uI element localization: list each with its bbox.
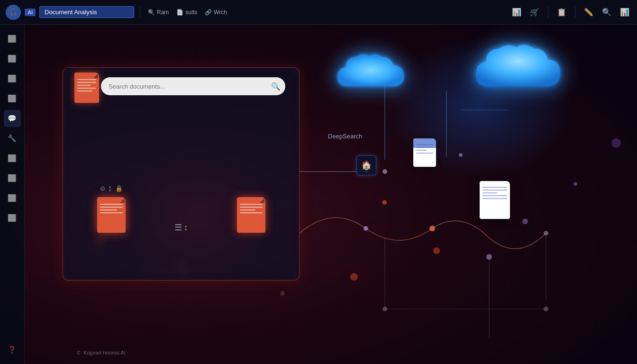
svg-point-12 <box>486 254 492 260</box>
circle-icon: ⊙ <box>100 185 105 192</box>
search-nav-icon: 🔍 <box>148 9 155 16</box>
icon-box-home[interactable]: 🏠 <box>356 155 376 175</box>
document-node-blue <box>413 138 436 167</box>
analytics-icon-btn[interactable]: 📊 <box>618 6 631 19</box>
sidebar: ⬜ ⬜ ⬜ ⬜ 💬 🔧 ⬜ ⬜ ⬜ ⬜ ❓ <box>0 25 25 364</box>
sidebar-item-6[interactable]: ⬜ <box>4 170 21 187</box>
flow-icons-row: ⊙ ↕ 🔒 ☰ ↕ <box>73 183 290 233</box>
sidebar-item-8[interactable]: ⬜ <box>4 209 21 227</box>
svg-point-13 <box>544 231 548 236</box>
app-logo: 🎧 <box>6 5 21 20</box>
sidebar-item-tools[interactable]: 🔧 <box>4 130 21 147</box>
nav-item-wrch[interactable]: 🔗 Wrch <box>205 9 227 16</box>
nav-item-ram[interactable]: 🔍 Ram <box>148 9 169 16</box>
sidebar-item-4[interactable]: ⬜ <box>4 90 21 107</box>
sidebar-item-7[interactable]: ⬜ <box>4 190 21 207</box>
right-doc <box>237 197 265 233</box>
link-nav-icon: 🔗 <box>205 9 212 16</box>
svg-point-9 <box>382 169 387 174</box>
doc-nav-icon: 📄 <box>176 9 183 16</box>
edit-icon-btn[interactable]: ✏️ <box>582 6 595 19</box>
nav-items: 🔍 Ram 📄 sults 🔗 Wrch <box>148 9 227 16</box>
search-icon-btn[interactable]: 🔍 <box>600 6 613 19</box>
search-input[interactable] <box>101 77 285 95</box>
topbar: 🎧 AI 🔍 Ram 📄 sults 🔗 Wrch 📊 🛒 📋 ✏️ 🔍 📊 <box>0 0 637 25</box>
search-submit-icon[interactable]: 🔍 <box>271 82 281 91</box>
middle-icons: ☰ ↕ <box>174 222 188 233</box>
sidebar-item-help[interactable]: ❓ <box>4 341 21 358</box>
title-input[interactable] <box>39 6 134 18</box>
svg-point-15 <box>544 307 548 311</box>
top-doc-icon <box>74 73 99 103</box>
divider-2 <box>548 7 548 18</box>
clipboard-icon-btn[interactable]: 📋 <box>555 6 568 19</box>
topbar-right-icons: 📊 🛒 📋 ✏️ 🔍 📊 <box>510 6 631 19</box>
cloud-right <box>470 39 565 102</box>
lock-icon: 🔒 <box>115 185 123 192</box>
document-node-large <box>480 181 510 219</box>
sidebar-item-3[interactable]: ⬜ <box>4 70 21 87</box>
nav-item-sults[interactable]: 📄 sults <box>176 9 197 16</box>
search-bar-container: 🔍 <box>101 77 285 95</box>
svg-point-11 <box>364 226 368 231</box>
sidebar-item-5[interactable]: ⬜ <box>4 150 21 167</box>
cloud-large <box>333 48 409 102</box>
divider-3 <box>575 7 575 18</box>
svg-point-10 <box>429 226 435 231</box>
svg-point-14 <box>382 307 387 311</box>
watermark-text: Kogvart hncess AI <box>83 350 126 355</box>
left-doc: ⊙ ↕ 🔒 <box>97 183 126 233</box>
sidebar-item-2[interactable]: ⬜ <box>4 50 21 67</box>
copyright-icon: © <box>77 350 81 355</box>
bottom-watermark: © Kogvart hncess AI <box>77 350 126 355</box>
flow-panel: 🔍 ⊙ ↕ 🔒 <box>63 67 300 281</box>
deepsearch-label: DeepSearch <box>328 133 362 140</box>
basket-icon-btn[interactable]: 🛒 <box>528 6 541 19</box>
ai-badge: AI <box>25 9 36 16</box>
sidebar-item-chat[interactable]: 💬 <box>4 110 21 127</box>
sidebar-item-1[interactable]: ⬜ <box>4 30 21 47</box>
chart-icon-btn[interactable]: 📊 <box>510 6 523 19</box>
divider-1 <box>140 7 140 18</box>
main-content: 🔍 ⊙ ↕ 🔒 <box>25 25 637 364</box>
list-icon: ☰ <box>174 222 182 233</box>
